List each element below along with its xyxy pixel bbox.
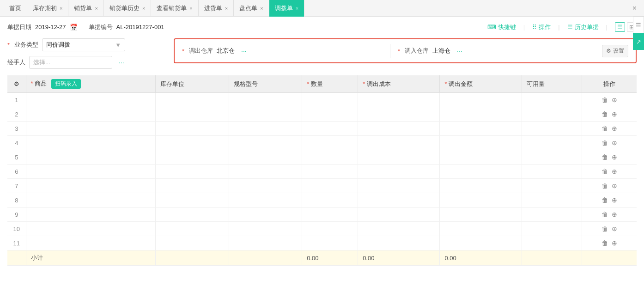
- available-cell-2[interactable]: [522, 107, 582, 122]
- unit-cell-11[interactable]: [156, 236, 229, 250]
- copy-icon-5[interactable]: ⊕: [612, 153, 617, 161]
- delete-icon-10[interactable]: 🗑: [601, 225, 608, 232]
- tab-sales-history-close[interactable]: ×: [142, 6, 145, 11]
- unit-cell-7[interactable]: [156, 179, 229, 193]
- amount-cell-1[interactable]: [440, 93, 522, 107]
- tab-sales-order[interactable]: 销货单 ×: [68, 0, 103, 17]
- product-cell-6[interactable]: [26, 165, 156, 179]
- amount-cell-8[interactable]: [440, 193, 522, 208]
- spec-cell-2[interactable]: [229, 107, 302, 122]
- qty-cell-1[interactable]: [302, 93, 358, 107]
- amount-cell-2[interactable]: [440, 107, 522, 122]
- unit-cell-10[interactable]: [156, 222, 229, 236]
- product-cell-4[interactable]: [26, 136, 156, 150]
- unit-cell-1[interactable]: [156, 93, 229, 107]
- spec-cell-1[interactable]: [229, 93, 302, 107]
- spec-cell-10[interactable]: [229, 222, 302, 236]
- tab-sales-order-close[interactable]: ×: [95, 6, 97, 11]
- cost-cell-11[interactable]: [358, 236, 440, 250]
- delete-icon-3[interactable]: 🗑: [601, 125, 608, 132]
- cost-cell-10[interactable]: [358, 222, 440, 236]
- history-button[interactable]: ☰ 历史单据: [567, 23, 599, 31]
- qty-cell-5[interactable]: [302, 150, 358, 165]
- shortcut-button[interactable]: ⌨ 快捷键: [487, 23, 516, 31]
- tab-purchase-order[interactable]: 进货单 ×: [199, 0, 234, 17]
- spec-cell-11[interactable]: [229, 236, 302, 250]
- cost-cell-1[interactable]: [358, 93, 440, 107]
- available-cell-11[interactable]: [522, 236, 582, 250]
- barcode-scan-button[interactable]: 扫码录入: [51, 79, 81, 89]
- available-cell-9[interactable]: [522, 208, 582, 222]
- transfer-out-more-button[interactable]: ···: [241, 47, 247, 55]
- spec-cell-3[interactable]: [229, 122, 302, 136]
- available-cell-8[interactable]: [522, 193, 582, 208]
- amount-cell-11[interactable]: [440, 236, 522, 250]
- copy-icon-10[interactable]: ⊕: [612, 225, 617, 232]
- product-cell-5[interactable]: [26, 150, 156, 165]
- unit-cell-2[interactable]: [156, 107, 229, 122]
- delete-icon-9[interactable]: 🗑: [601, 211, 608, 218]
- handler-more-button[interactable]: ···: [119, 59, 124, 66]
- copy-icon-1[interactable]: ⊕: [612, 96, 617, 104]
- amount-cell-4[interactable]: [440, 136, 522, 150]
- cost-cell-6[interactable]: [358, 165, 440, 179]
- spec-cell-9[interactable]: [229, 208, 302, 222]
- qty-cell-2[interactable]: [302, 107, 358, 122]
- copy-icon-3[interactable]: ⊕: [612, 125, 617, 132]
- qty-cell-10[interactable]: [302, 222, 358, 236]
- product-cell-8[interactable]: [26, 193, 156, 208]
- unit-cell-3[interactable]: [156, 122, 229, 136]
- available-cell-10[interactable]: [522, 222, 582, 236]
- delete-icon-4[interactable]: 🗑: [601, 139, 608, 146]
- spec-cell-4[interactable]: [229, 136, 302, 150]
- product-cell-1[interactable]: [26, 93, 156, 107]
- tab-transfer[interactable]: 调拨单 ×: [269, 0, 304, 17]
- tab-home[interactable]: 首页: [4, 0, 27, 17]
- qty-cell-9[interactable]: [302, 208, 358, 222]
- copy-icon-8[interactable]: ⊕: [612, 196, 617, 204]
- delete-icon-8[interactable]: 🗑: [601, 196, 608, 204]
- tab-inventory-init-close[interactable]: ×: [60, 6, 62, 11]
- delete-icon-5[interactable]: 🗑: [601, 153, 608, 161]
- cost-cell-9[interactable]: [358, 208, 440, 222]
- available-cell-1[interactable]: [522, 93, 582, 107]
- tab-view-sales-close[interactable]: ×: [189, 6, 192, 11]
- available-cell-7[interactable]: [522, 179, 582, 193]
- unit-cell-5[interactable]: [156, 150, 229, 165]
- delete-icon-2[interactable]: 🗑: [601, 110, 608, 118]
- delete-icon-1[interactable]: 🗑: [601, 96, 608, 104]
- available-cell-4[interactable]: [522, 136, 582, 150]
- cost-cell-3[interactable]: [358, 122, 440, 136]
- cost-cell-5[interactable]: [358, 150, 440, 165]
- tab-stocktake-close[interactable]: ×: [260, 6, 263, 11]
- copy-icon-6[interactable]: ⊕: [612, 168, 617, 175]
- cost-cell-2[interactable]: [358, 107, 440, 122]
- amount-cell-5[interactable]: [440, 150, 522, 165]
- qty-cell-6[interactable]: [302, 165, 358, 179]
- tab-purchase-order-close[interactable]: ×: [225, 6, 228, 11]
- cost-cell-4[interactable]: [358, 136, 440, 150]
- transfer-in-more-button[interactable]: ···: [457, 47, 462, 55]
- tab-inventory-init[interactable]: 库存期初 ×: [27, 0, 68, 17]
- amount-cell-7[interactable]: [440, 179, 522, 193]
- qty-cell-8[interactable]: [302, 193, 358, 208]
- cost-cell-7[interactable]: [358, 179, 440, 193]
- copy-icon-9[interactable]: ⊕: [612, 211, 617, 218]
- handler-input[interactable]: 选择...: [29, 56, 112, 69]
- delete-icon-6[interactable]: 🗑: [601, 168, 608, 175]
- unit-cell-8[interactable]: [156, 193, 229, 208]
- spec-cell-8[interactable]: [229, 193, 302, 208]
- delete-icon-11[interactable]: 🗑: [601, 239, 608, 247]
- calendar-icon[interactable]: 📅: [70, 24, 78, 31]
- available-cell-6[interactable]: [522, 165, 582, 179]
- spec-cell-6[interactable]: [229, 165, 302, 179]
- qty-cell-7[interactable]: [302, 179, 358, 193]
- product-cell-2[interactable]: [26, 107, 156, 122]
- copy-icon-4[interactable]: ⊕: [612, 139, 617, 146]
- qty-cell-11[interactable]: [302, 236, 358, 250]
- tab-transfer-close[interactable]: ×: [296, 6, 298, 11]
- qty-cell-3[interactable]: [302, 122, 358, 136]
- product-cell-7[interactable]: [26, 179, 156, 193]
- available-cell-5[interactable]: [522, 150, 582, 165]
- tab-sales-history[interactable]: 销货单历史 ×: [104, 0, 151, 17]
